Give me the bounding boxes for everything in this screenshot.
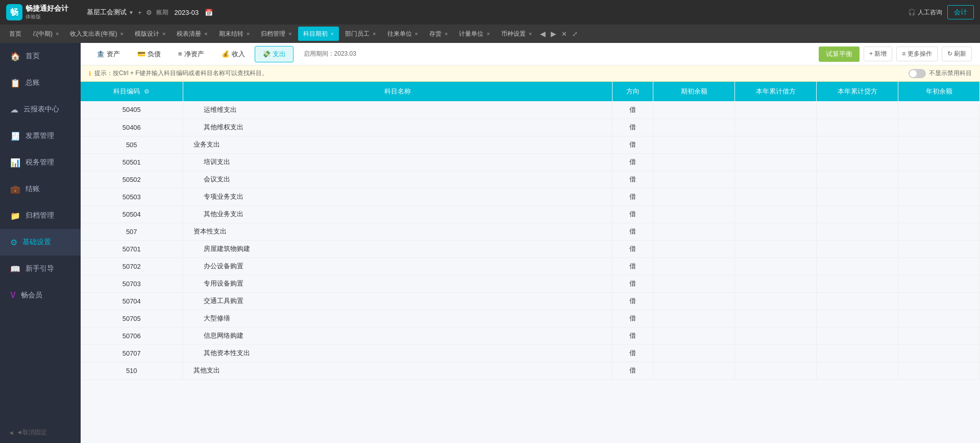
tab-interim[interactable]: ℰ(中期) × <box>28 27 64 41</box>
tab-close-icon[interactable]: × <box>56 31 59 37</box>
table-row[interactable]: 510其他支出借 <box>81 362 980 379</box>
sidebar-item-home[interactable]: 🏠 首页 <box>0 43 81 69</box>
cell-debit <box>735 171 817 188</box>
table-container[interactable]: 科目编码 ⚙ 科目名称 方向 期初余额 本年累计借方 <box>81 82 980 443</box>
toggle-disabled-switch[interactable]: 不显示禁用科目 <box>909 69 972 78</box>
tab-close-icon[interactable]: × <box>162 31 165 37</box>
table-row[interactable]: 50503专项业务支出借 <box>81 188 980 205</box>
sub-tab-net-asset[interactable]: ≡ 净资产 <box>170 46 212 62</box>
calendar-icon[interactable]: 📅 <box>205 9 213 16</box>
tab-measure-unit[interactable]: 计量单位 × <box>454 27 495 41</box>
add-icon[interactable]: + <box>138 9 142 16</box>
tab-close-icon[interactable]: × <box>415 31 418 37</box>
column-settings-icon[interactable]: ⚙ <box>144 88 150 95</box>
table-row[interactable]: 50701房屋建筑物购建借 <box>81 240 980 258</box>
sub-tab-liability[interactable]: 💳 负债 <box>130 46 168 62</box>
table-row[interactable]: 50702办公设备购置借 <box>81 258 980 275</box>
content-area: 🏦 资产 💳 负债 ≡ 净资产 💰 收入 💸 支出 <box>81 43 980 443</box>
cell-year-balance <box>898 101 980 119</box>
close-account-icon: 💼 <box>10 184 20 194</box>
table-row[interactable]: 50406其他维权支出借 <box>81 119 980 136</box>
tab-close-icon[interactable]: × <box>247 31 250 37</box>
sidebar-collapse-button[interactable]: ◄ ◄取消固定 <box>0 422 81 443</box>
tab-dept-staff[interactable]: 部门员工 × <box>340 27 381 41</box>
tab-currency[interactable]: 币种设置 × <box>496 27 537 41</box>
table-row[interactable]: 50704交通工具购置借 <box>81 292 980 310</box>
cell-credit <box>817 171 898 188</box>
tab-period-end[interactable]: 期末结转 × <box>214 27 255 41</box>
tab-archive[interactable]: 归档管理 × <box>256 27 297 41</box>
tab-close-icon[interactable]: × <box>120 31 123 37</box>
cell-balance <box>653 258 735 275</box>
tab-clients[interactable]: 往来单位 × <box>382 27 423 41</box>
sidebar-item-guide[interactable]: 📖 新手引导 <box>0 255 81 282</box>
logo-sub: 体验版 <box>26 13 68 20</box>
period-value: 2023-03 <box>175 9 199 16</box>
sidebar-item-settings[interactable]: ⚙ 基础设置 <box>0 229 81 255</box>
cell-debit <box>735 119 817 136</box>
cell-balance <box>653 240 735 258</box>
tab-tax-list[interactable]: 税表清册 × <box>172 27 212 41</box>
sub-tab-income[interactable]: 💰 收入 <box>214 46 253 62</box>
table-row[interactable]: 505业务支出借 <box>81 136 980 153</box>
tab-home[interactable]: 首页 <box>4 27 27 41</box>
tab-close-icon[interactable]: × <box>204 31 207 37</box>
tab-close-icon[interactable]: × <box>373 31 376 37</box>
table-row[interactable]: 50703专用设备购置借 <box>81 275 980 292</box>
tab-label: 部门员工 <box>345 30 370 38</box>
tab-nav-left-icon[interactable]: ◀ <box>538 30 548 38</box>
sub-tab-asset[interactable]: 🏦 资产 <box>89 46 128 62</box>
tab-close-all-icon[interactable]: ✕ <box>559 30 569 38</box>
table-row[interactable]: 50705大型修缮借 <box>81 310 980 327</box>
sidebar-item-cloud-reports[interactable]: ☁ 云报表中心 <box>0 96 81 123</box>
tab-inventory[interactable]: 存货 × <box>424 27 453 41</box>
switch-track[interactable] <box>909 69 926 78</box>
sidebar-item-invoice[interactable]: 🧾 发票管理 <box>0 123 81 149</box>
company-area[interactable]: 基层工会测试 ▼ + ⚙ <box>87 8 152 17</box>
tab-expand-icon[interactable]: ⤢ <box>570 30 580 38</box>
account-button[interactable]: 会计 <box>947 5 974 19</box>
sidebar-item-ledger[interactable]: 📋 总账 <box>0 69 81 96</box>
cell-debit <box>735 188 817 205</box>
tab-close-icon[interactable]: × <box>331 31 334 37</box>
cell-year-balance <box>898 223 980 240</box>
tab-close-icon[interactable]: × <box>288 31 291 37</box>
add-button[interactable]: + 新增 <box>864 46 892 61</box>
tab-nav-right-icon[interactable]: ▶ <box>549 30 558 38</box>
sidebar-label: 结账 <box>26 184 40 194</box>
tab-label: 存货 <box>429 30 442 38</box>
cell-direction: 借 <box>612 275 653 292</box>
cell-name: 其他业务支出 <box>183 205 612 223</box>
tab-label: 归档管理 <box>261 30 285 38</box>
service-button[interactable]: 🎧 人工咨询 <box>908 8 942 17</box>
cell-code: 510 <box>81 362 183 379</box>
sidebar-item-tax[interactable]: 📊 税务管理 <box>0 149 81 176</box>
cell-code: 50703 <box>81 275 183 292</box>
cell-year-balance <box>898 310 980 327</box>
tab-annual-report[interactable]: 收入支出表(年报) × <box>65 27 128 41</box>
table-row[interactable]: 50706信息网络购建借 <box>81 327 980 344</box>
calc-balance-button[interactable]: 试算平衡 <box>819 46 860 62</box>
tab-template[interactable]: 模版设计 × <box>130 27 170 41</box>
settings-icon[interactable]: ⚙ <box>146 9 152 16</box>
table-row[interactable]: 50501培训支出借 <box>81 153 980 171</box>
sidebar-item-close-account[interactable]: 💼 结账 <box>0 176 81 202</box>
tab-close-icon[interactable]: × <box>445 31 448 37</box>
cell-balance <box>653 310 735 327</box>
table-row[interactable]: 50504其他业务支出借 <box>81 205 980 223</box>
cell-direction: 借 <box>612 171 653 188</box>
sub-tab-expense[interactable]: 💸 支出 <box>255 46 293 62</box>
refresh-button[interactable]: ↻ 刷新 <box>942 46 972 61</box>
collapse-label: ◄取消固定 <box>16 428 47 437</box>
table-row[interactable]: 507资本性支出借 <box>81 223 980 240</box>
table-row[interactable]: 50707其他资本性支出借 <box>81 344 980 362</box>
sidebar-item-archive[interactable]: 📁 归档管理 <box>0 202 81 229</box>
cell-credit <box>817 223 898 240</box>
more-button[interactable]: ≡ 更多操作 <box>896 46 937 61</box>
table-row[interactable]: 50502会议支出借 <box>81 171 980 188</box>
sidebar-item-member[interactable]: V 畅会员 <box>0 282 81 309</box>
tab-close-icon[interactable]: × <box>486 31 489 37</box>
tab-close-icon[interactable]: × <box>529 31 532 37</box>
table-row[interactable]: 50405运维维支出借 <box>81 101 980 119</box>
tab-subject-init[interactable]: 科目期初 × <box>298 27 339 41</box>
